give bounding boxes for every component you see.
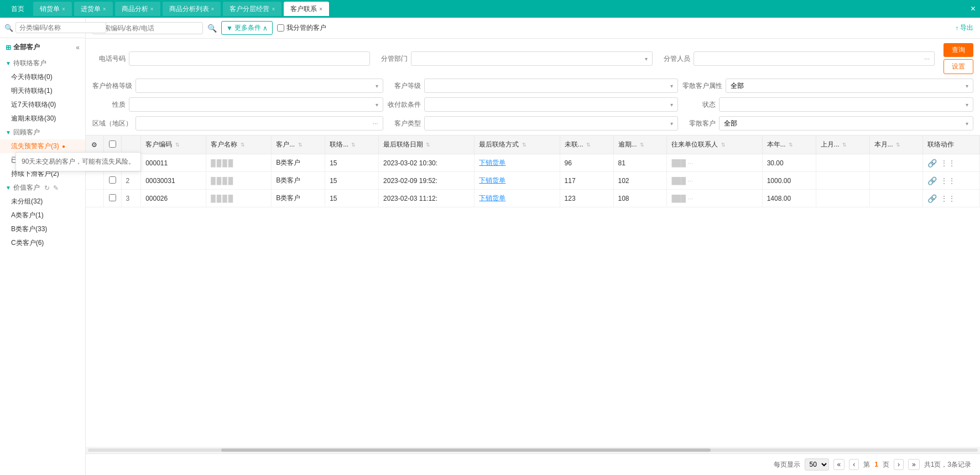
person-dots[interactable]: ··· <box>924 55 930 62</box>
settings-button[interactable]: 设置 <box>943 59 973 74</box>
th-code[interactable]: 客户编码 ⇅ <box>141 135 206 154</box>
scrollbar-thumb[interactable] <box>221 448 711 452</box>
nav-tab-goods-list[interactable]: 商品分析列表 × <box>163 2 221 16</box>
nav-tab-sales[interactable]: 销货单 × <box>33 2 72 16</box>
nav-tab-purchase[interactable]: 进货单 × <box>74 2 113 16</box>
filter-search-button[interactable]: 🔍 <box>207 24 217 33</box>
menu-action-icon-2[interactable]: ⋮⋮ <box>940 194 956 203</box>
select-all-checkbox[interactable] <box>109 140 116 148</box>
close-goods-list-icon[interactable]: × <box>211 6 215 12</box>
collapse-icon[interactable]: « <box>76 44 80 51</box>
nav-tab-home[interactable]: 首页 <box>4 2 31 16</box>
customer-level-select[interactable]: ▾ <box>424 79 679 93</box>
zero-attr-select[interactable]: 全部 ▾ <box>726 79 973 93</box>
person-select[interactable]: ··· <box>694 51 935 66</box>
status-select[interactable]: ▾ <box>719 97 973 112</box>
dept-select[interactable]: ▾ <box>411 51 652 66</box>
action-icons-2: 🔗 ⋮⋮ <box>927 194 975 203</box>
prev-page-button[interactable]: ‹ <box>849 459 859 470</box>
th-last-contact-method[interactable]: 最后联络方式 ⇅ <box>475 135 560 154</box>
sidebar-all-customers[interactable]: ⊞ 全部客户 « <box>0 38 85 56</box>
phone-input[interactable] <box>129 51 370 66</box>
th-not-contact[interactable]: 未联... ⇅ <box>560 135 613 154</box>
sidebar-section-review[interactable]: ▼ 回顾客户 <box>0 126 85 139</box>
zero-attr-value: 全部 <box>731 81 744 91</box>
th-unit-contact[interactable]: 往来单位联系人 ⇅ <box>667 135 762 154</box>
horizontal-scrollbar[interactable] <box>86 447 980 453</box>
sidebar-item-ungrouped[interactable]: 未分组(32) <box>0 195 85 208</box>
row-checkbox-1[interactable] <box>109 176 116 184</box>
th-checkbox[interactable] <box>103 135 121 154</box>
customer-type-label: 客户类型 <box>388 119 421 128</box>
td-last-method-0[interactable]: 下销货单 <box>475 154 560 172</box>
sidebar-section-pending[interactable]: ▼ 待联络客户 <box>0 56 85 70</box>
td-last-method-1[interactable]: 下销货单 <box>475 172 560 190</box>
current-page-label: 第 <box>863 460 870 469</box>
td-last-method-2[interactable]: 下销货单 <box>475 190 560 207</box>
sidebar-item-class-a[interactable]: A类客户(1) <box>0 208 85 222</box>
price-level-select[interactable]: ▾ <box>135 79 383 93</box>
region-select[interactable]: ··· <box>135 116 383 131</box>
close-customer-layer-icon[interactable]: × <box>272 6 275 12</box>
th-this-year[interactable]: 本年... ⇅ <box>762 135 816 154</box>
sidebar-item-tomorrow[interactable]: 明天待联络(1) <box>0 84 85 98</box>
td-checkbox-2[interactable] <box>103 190 121 207</box>
sidebar-section-value[interactable]: ▼ 价值客户 ↻ ✎ <box>0 181 85 195</box>
link-action-icon-1[interactable]: 🔗 <box>927 176 937 185</box>
th-name[interactable]: 客户名称 ⇅ <box>206 135 272 154</box>
per-page-select[interactable]: 50 <box>805 458 829 471</box>
th-type[interactable]: 客户... ⇅ <box>272 135 325 154</box>
th-last-contact-date[interactable]: 最后联络日期 ⇅ <box>379 135 475 154</box>
last-page-button[interactable]: » <box>908 459 920 470</box>
payment-select[interactable]: ▾ <box>424 97 679 112</box>
customer-type-select[interactable]: ▾ <box>424 116 679 131</box>
td-code-0: 000011 <box>141 154 206 172</box>
zero-customer-select[interactable]: 全部 ▾ <box>719 116 973 131</box>
region-dots[interactable]: ··· <box>373 119 378 127</box>
link-action-icon-2[interactable]: 🔗 <box>927 194 937 203</box>
sidebar-item-class-c[interactable]: C类客户(6) <box>0 236 85 250</box>
filter-field-phone: 电话号码 <box>92 51 370 66</box>
sidebar-item-week[interactable]: 近7天待联络(0) <box>0 98 85 112</box>
close-customer-contact-icon[interactable]: × <box>319 6 322 12</box>
sidebar-item-class-b[interactable]: B类客户(33) <box>0 222 85 236</box>
th-overdue[interactable]: 逾期... ⇅ <box>613 135 667 154</box>
edit-icon[interactable]: ✎ <box>53 184 59 192</box>
my-customers-checkbox[interactable] <box>277 24 284 32</box>
th-contact[interactable]: 联络... ⇅ <box>325 135 379 154</box>
th-this-month[interactable]: 本月... ⇅ <box>869 135 923 154</box>
td-checkbox-1[interactable] <box>103 172 121 190</box>
first-page-button[interactable]: « <box>833 459 845 470</box>
sidebar-item-overdue[interactable]: 逾期未联络(30) <box>0 112 85 126</box>
nav-tab-customer-contact[interactable]: 客户联系 × <box>284 2 329 16</box>
gender-select[interactable]: ▾ <box>129 97 383 112</box>
filter-search-input[interactable] <box>92 22 203 34</box>
query-button[interactable]: 查询 <box>943 43 973 57</box>
th-last-month[interactable]: 上月... ⇅ <box>816 135 869 154</box>
nav-tab-goods-analysis[interactable]: 商品分析 × <box>115 2 160 16</box>
row-checkbox-2[interactable] <box>109 194 116 201</box>
nav-tab-customer-layer[interactable]: 客户分层经营 × <box>223 2 282 16</box>
sidebar-search-input[interactable] <box>15 22 106 33</box>
menu-action-icon-0[interactable]: ⋮⋮ <box>940 159 956 168</box>
th-action: 联络动作 <box>923 135 980 154</box>
export-button[interactable]: ↑ 导出 <box>955 23 973 33</box>
refresh-icon[interactable]: ↻ <box>44 184 50 192</box>
customers-table: ⚙ 客户编码 ⇅ 客户名称 ⇅ 客户... ⇅ 联络... ⇅ 最后联络日期 ⇅… <box>86 135 980 207</box>
close-sales-icon[interactable]: × <box>62 6 65 12</box>
sort-type-icon: ⇅ <box>298 142 303 148</box>
td-last-month-1 <box>816 172 869 190</box>
filter-more-conditions-button[interactable]: ▼ 更多条件 ∧ <box>221 21 273 35</box>
next-page-button[interactable]: › <box>894 459 904 470</box>
th-settings[interactable]: ⚙ <box>86 135 103 154</box>
sidebar-item-churn-warning[interactable]: 流失预警客户(3) ● <box>0 139 85 153</box>
link-action-icon-0[interactable]: 🔗 <box>927 159 937 168</box>
close-purchase-icon[interactable]: × <box>103 6 106 12</box>
customer-level-arrow-icon: ▾ <box>670 83 673 89</box>
menu-action-icon-1[interactable]: ⋮⋮ <box>940 176 956 185</box>
nav-close-all-icon[interactable]: × <box>971 4 976 14</box>
sidebar-item-today[interactable]: 今天待联络(0) <box>0 70 85 84</box>
sort-contact-icon: ⇅ <box>351 142 356 148</box>
close-goods-analysis-icon[interactable]: × <box>150 6 154 12</box>
my-customers-checkbox-area[interactable]: 我分管的客户 <box>277 23 326 33</box>
